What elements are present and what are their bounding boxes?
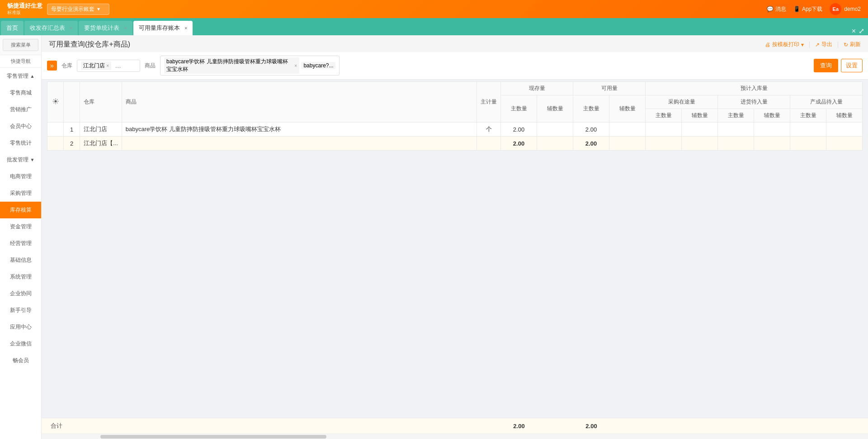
sidebar-item-purchase[interactable]: 采购管理 <box>0 185 41 202</box>
company-selector[interactable]: 母婴行业演示账套 ▾ <box>47 4 109 15</box>
scrollbar-thumb[interactable] <box>100 435 326 439</box>
sidebar-item-operations[interactable]: 经营管理 <box>0 235 41 252</box>
chevron-icon-wholesale: ▼ <box>30 157 35 162</box>
total-bar: 合计 2.00 2.00 <box>42 418 868 434</box>
sidebar-item-basic-info[interactable]: 基础信息 <box>0 252 41 269</box>
row2-settings <box>47 137 64 151</box>
search-menu-btn[interactable]: 搜索菜单 <box>3 39 38 51</box>
print-btn[interactable]: 🖨 按模板打印 ▾ <box>765 41 804 48</box>
incoming-sub-header: 辅数量 <box>754 109 790 123</box>
top-bar: 畅捷通好生意 标准版 母婴行业演示账套 ▾ 💬 消息 📱 App下载 Ea de… <box>0 0 868 18</box>
row1-incoming-sub <box>754 123 790 137</box>
row1-product: babycare学饮杯 儿童防摔防撞吸管杯重力球吸嘴杯宝宝水杯 <box>122 123 476 137</box>
current-main-header: 主数量 <box>501 95 537 123</box>
sidebar-item-inventory[interactable]: 库存核算 <box>0 202 41 218</box>
row1-purchase-sub <box>682 123 718 137</box>
row1-no: 1 <box>64 123 80 137</box>
sidebar-item-app-center[interactable]: 应用中心 <box>0 319 41 335</box>
sidebar-item-enterprise[interactable]: 企业协同 <box>0 285 41 302</box>
row2-incoming-sub <box>754 137 790 151</box>
row2-current-main: 2.00 <box>501 137 537 151</box>
incoming-header: 进货待入量 <box>718 95 790 109</box>
query-btn[interactable]: 查询 <box>814 59 838 72</box>
tab-expand[interactable]: ⤢ <box>859 27 864 35</box>
print-arrow-icon: ▾ <box>801 42 804 48</box>
sidebar-item-retail-mgmt[interactable]: 零售管理 ▲ <box>0 68 41 85</box>
warehouse-tag: 江北门店 × <box>81 61 111 70</box>
row2-purchase-sub <box>682 137 718 151</box>
planned-inbound-header: 预计入库量 <box>646 82 863 95</box>
sidebar-item-system[interactable]: 系统管理 <box>0 269 41 285</box>
chevron-icon-retail: ▲ <box>30 74 35 79</box>
current-sub-header: 辅数量 <box>537 95 573 123</box>
tab-close-3[interactable]: × <box>184 25 187 31</box>
sidebar-item-ecommerce[interactable]: 电商管理 <box>0 168 41 185</box>
row1-product-sub <box>826 123 863 137</box>
total-current-sub <box>537 423 573 430</box>
row2-purchase-main <box>646 137 682 151</box>
sidebar-item-marketing[interactable]: 营销推广 <box>0 101 41 118</box>
sidebar-item-retail-mall[interactable]: 零售商城 <box>0 85 41 101</box>
tab-yaohuo[interactable]: 要货单统计表 × <box>79 21 132 35</box>
row1-settings <box>47 123 64 137</box>
sidebar-item-vip[interactable]: 畅会员 <box>0 352 41 369</box>
filter-expand-btn[interactable]: » <box>47 61 57 71</box>
tab-shoufacun[interactable]: 收发存汇总表 × <box>24 21 78 35</box>
col-no-header <box>64 82 80 123</box>
purchase-main-header: 主数量 <box>646 109 682 123</box>
sidebar: 搜索菜单 快捷导航 零售管理 ▲ 零售商城 营销推广 会员中心 零售统计 批发管… <box>0 35 42 439</box>
sidebar-item-retail-stats[interactable]: 零售统计 <box>0 135 41 151</box>
tab-keyongliang[interactable]: 可用量库存账本 × <box>133 21 193 35</box>
warehouse-remove-icon[interactable]: × <box>106 63 109 68</box>
settings-btn[interactable]: 设置 <box>841 59 863 72</box>
total-available-main: 2.00 <box>573 423 609 430</box>
available-header: 可用量 <box>573 82 646 95</box>
warehouse-filter[interactable]: 江北门店 × ... <box>77 60 140 72</box>
export-btn[interactable]: ↗ 导出 <box>815 41 832 48</box>
purchase-sub-header: 辅数量 <box>682 109 718 123</box>
warehouse-dots[interactable]: ... <box>115 61 121 70</box>
row1-incoming-main <box>718 123 754 137</box>
row2-product <box>122 137 476 151</box>
sidebar-item-membership[interactable]: 会员中心 <box>0 118 41 135</box>
nav-tabs-controls: × ⤢ <box>852 27 868 35</box>
sidebar-item-newbie[interactable]: 新手引导 <box>0 302 41 319</box>
main-wrapper: 搜索菜单 快捷导航 零售管理 ▲ 零售商城 营销推广 会员中心 零售统计 批发管… <box>0 35 868 439</box>
horizontal-scrollbar[interactable] <box>42 434 868 439</box>
user-avatar-area[interactable]: Ea demo2 <box>830 3 861 15</box>
purchase-transit-header: 采购在途量 <box>646 95 718 109</box>
sidebar-item-weixin[interactable]: 企业微信 <box>0 335 41 352</box>
sidebar-item-finance[interactable]: 资金管理 <box>0 218 41 235</box>
row2-current-sub <box>537 137 573 151</box>
tab-close-2[interactable]: × <box>124 25 127 31</box>
refresh-icon: ↻ <box>844 42 848 48</box>
app-download-btn[interactable]: 📱 App下载 <box>793 5 822 13</box>
total-current-main: 2.00 <box>501 423 537 430</box>
message-btn[interactable]: 💬 消息 <box>767 5 786 13</box>
tab-close-1[interactable]: × <box>70 25 72 31</box>
warehouse-label: 仓库 <box>61 62 72 70</box>
product1-remove-icon[interactable]: × <box>294 63 297 68</box>
total-available-sub <box>609 423 646 430</box>
product-filter[interactable]: babycare学饮杯 儿童防摔防撞吸管杯重力球吸嘴杯宝宝水杯 × babyca… <box>160 56 340 76</box>
total-label: 合计 <box>47 422 62 430</box>
row2-unit <box>477 137 501 151</box>
action-divider2 <box>838 42 838 48</box>
tab-home[interactable]: 首页 <box>1 21 24 35</box>
product-label: 商品 <box>145 62 156 70</box>
quick-nav-btn[interactable]: 快捷导航 <box>0 55 41 68</box>
sidebar-item-wholesale[interactable]: 批发管理 ▼ <box>0 151 41 168</box>
inventory-table: 仓库 商品 主计量 现存量 可用量 预计入库量 主数量 辅数量 主数量 辅数量 … <box>47 81 863 151</box>
brand-logo: 畅捷通好生意 标准版 <box>7 2 42 16</box>
row1-current-main: 2.00 <box>501 123 537 137</box>
row2-available-sub <box>609 137 646 151</box>
product-pending-header: 产成品待入量 <box>790 95 863 109</box>
chevron-down-icon: ▾ <box>97 6 100 12</box>
table-row: 2 江北门店【... 2.00 2.00 <box>47 137 863 151</box>
page-actions: 🖨 按模板打印 ▾ ↗ 导出 ↻ 刷新 <box>765 41 861 48</box>
refresh-btn[interactable]: ↻ 刷新 <box>844 41 861 48</box>
table-container: 仓库 商品 主计量 现存量 可用量 预计入库量 主数量 辅数量 主数量 辅数量 … <box>42 81 868 418</box>
tab-close-all[interactable]: × <box>852 27 856 35</box>
row2-available-main: 2.00 <box>573 137 609 151</box>
page-title: 可用量查询(按仓库+商品) <box>49 40 130 49</box>
